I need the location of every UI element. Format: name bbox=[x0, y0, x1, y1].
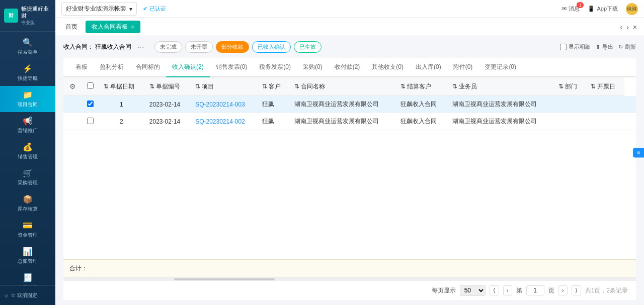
status-btn-未开票[interactable]: 未开票 bbox=[185, 41, 213, 53]
tab-采购(0)[interactable]: 采购(0) bbox=[297, 58, 329, 77]
sidebar-item-资金管理[interactable]: 💳资金管理 bbox=[0, 217, 55, 243]
status-btn-已收入确认[interactable]: 已收入确认 bbox=[252, 41, 291, 53]
row-checkbox-cell[interactable] bbox=[82, 113, 99, 130]
status-btn-已生效[interactable]: 已生效 bbox=[294, 41, 321, 53]
last-page-button[interactable]: ⟩ bbox=[572, 285, 581, 295]
prev-page-button[interactable]: ‹ bbox=[503, 285, 512, 295]
tab-出入库(0)[interactable]: 出入库(0) bbox=[410, 58, 447, 77]
header-actions: 显示明细 ⬆ 导出 ↻ 刷新 bbox=[560, 43, 636, 51]
first-page-button[interactable]: ⟨ bbox=[490, 285, 499, 295]
cell-number[interactable]: SQ-20230214-003 bbox=[190, 96, 257, 113]
contract-board-tab[interactable]: 收入合同看板 × bbox=[86, 21, 140, 33]
th-salesperson[interactable]: ⇅ 业务员 bbox=[447, 77, 553, 96]
cell-salesperson bbox=[553, 113, 586, 130]
home-tab[interactable]: 首页 bbox=[61, 23, 82, 31]
logo-text: 畅捷通好业财 bbox=[21, 5, 51, 20]
tab-nav-left-button[interactable]: ‹ bbox=[619, 22, 623, 32]
unpin-label: ☆ 取消固定 bbox=[11, 292, 37, 299]
number-link[interactable]: SQ-20230214-002 bbox=[195, 118, 245, 125]
sidebar-item-采购管理[interactable]: 🛒采购管理 bbox=[0, 164, 55, 190]
settings-gear-icon[interactable]: ⚙ bbox=[68, 81, 77, 91]
next-page-button[interactable]: › bbox=[558, 285, 568, 295]
app-download-button[interactable]: 📱 App下载 bbox=[588, 5, 618, 13]
row-checkbox-cell[interactable] bbox=[82, 96, 99, 113]
tabbar: 首页 收入合同看板 × ‹ › × bbox=[55, 18, 644, 36]
refresh-button[interactable]: ↻ 刷新 bbox=[618, 43, 636, 51]
cell-settle-customer: 湖南卫视商业运营发展有限公司 bbox=[447, 96, 553, 113]
status-btn-未完成[interactable]: 未完成 bbox=[154, 41, 182, 53]
row-checkbox[interactable] bbox=[87, 100, 94, 107]
user-initials: 珠珠 bbox=[627, 6, 637, 13]
th-contract-name[interactable]: ⇅ 合同名称 bbox=[289, 77, 395, 96]
page-number-input[interactable] bbox=[526, 285, 544, 295]
row-checkbox[interactable] bbox=[87, 118, 94, 124]
sidebar-item-库存核算[interactable]: 📦库存核算 bbox=[0, 190, 55, 217]
cell-open-date bbox=[624, 96, 636, 113]
tab-销售发票(0)[interactable]: 销售发票(0) bbox=[210, 58, 254, 77]
cell-settle-customer: 湖南卫视商业运营发展有限公司 bbox=[447, 113, 553, 130]
th-project-label: 项目 bbox=[202, 82, 214, 91]
tab-税务发票(0)[interactable]: 税务发票(0) bbox=[253, 58, 297, 77]
th-date[interactable]: ⇅ 单据日期 bbox=[99, 77, 144, 96]
sum-label: 合计： bbox=[69, 264, 88, 273]
th-salesperson-label: 业务员 bbox=[459, 82, 477, 91]
tab-附件(0)[interactable]: 附件(0) bbox=[447, 58, 479, 77]
select-all-checkbox[interactable] bbox=[87, 82, 94, 89]
contract-header: 收入合同： 狂飙收入合同 ··· 未完成未开票部分收款已收入确认已生效 显示明细… bbox=[63, 41, 636, 53]
show-detail-input[interactable] bbox=[560, 44, 567, 50]
sidebar-item-总账管理[interactable]: 📊总账管理 bbox=[0, 243, 55, 269]
sidebar-bottom[interactable]: ☆ ☆ 取消固定 bbox=[0, 285, 55, 305]
sidebar: 财 畅捷通好业财 专业版 🔍搜索菜单⚡快捷导航📁项目合同📢营销推广💰销售管理🛒采… bbox=[0, 0, 55, 305]
close-tab-icon[interactable]: × bbox=[131, 24, 134, 31]
tab-nav-right-button[interactable]: › bbox=[625, 22, 630, 32]
th-department[interactable]: ⇅ 部门 bbox=[553, 77, 586, 96]
status-btn-部分收款[interactable]: 部分收款 bbox=[216, 41, 249, 53]
th-settle-customer[interactable]: ⇅ 结算客户 bbox=[395, 77, 447, 96]
tab-收付款(2)[interactable]: 收付款(2) bbox=[329, 58, 366, 77]
export-icon: ⬆ bbox=[596, 44, 600, 50]
message-button[interactable]: ✉ 消息 1 bbox=[562, 5, 580, 13]
scroll-thumb[interactable] bbox=[174, 278, 275, 280]
user-avatar-button[interactable]: 珠珠 bbox=[626, 3, 638, 15]
tab-nav-close-button[interactable]: × bbox=[632, 22, 638, 32]
tab-其他收支(0)[interactable]: 其他收支(0) bbox=[366, 58, 410, 77]
unpin-button[interactable]: ☆ ☆ 取消固定 bbox=[4, 290, 51, 301]
sidebar-item-销售管理[interactable]: 💰销售管理 bbox=[0, 138, 55, 164]
sidebar-item-快捷导航[interactable]: ⚡快捷导航 bbox=[0, 60, 55, 86]
export-label: 导出 bbox=[602, 43, 613, 51]
table-container[interactable]: ⚙ ⇅ 单据日期 ⇅ 单据编号 ⇅ 项目 ⇅ 客户 ⇅ 合同名称 ⇅ 结算客户 … bbox=[63, 77, 636, 259]
avatar: 珠珠 bbox=[626, 3, 638, 15]
page-size-select[interactable]: 2050100 bbox=[460, 285, 486, 296]
th-customer[interactable]: ⇅ 客户 bbox=[257, 77, 289, 96]
sidebar-item-发票管理[interactable]: 🧾发票管理 bbox=[0, 269, 55, 285]
cell-department bbox=[586, 96, 624, 113]
tab-收入确认(2)[interactable]: 收入确认(2) bbox=[166, 58, 210, 77]
number-link[interactable]: SQ-20230214-003 bbox=[195, 101, 245, 108]
sidebar-item-项目合同[interactable]: 📁项目合同 bbox=[0, 86, 55, 112]
tab-盈利分析[interactable]: 盈利分析 bbox=[94, 58, 130, 77]
tab-合同标的[interactable]: 合同标的 bbox=[130, 58, 166, 77]
data-table: ⚙ ⇅ 单据日期 ⇅ 单据编号 ⇅ 项目 ⇅ 客户 ⇅ 合同名称 ⇅ 结算客户 … bbox=[63, 77, 636, 130]
refresh-icon: ↻ bbox=[618, 44, 623, 50]
sidebar-item-营销推广[interactable]: 📢营销推广 bbox=[0, 112, 55, 138]
table-header: ⚙ ⇅ 单据日期 ⇅ 单据编号 ⇅ 项目 ⇅ 客户 ⇅ 合同名称 ⇅ 结算客户 … bbox=[63, 77, 636, 96]
page-area: 收入合同： 狂飙收入合同 ··· 未完成未开票部分收款已收入确认已生效 显示明细… bbox=[55, 36, 644, 305]
th-open-date[interactable]: ⇅ 开票日 bbox=[586, 77, 624, 96]
side-float-panel[interactable]: ≡ bbox=[633, 148, 644, 157]
table-row[interactable]: 1 2023-02-14 SQ-20230214-003 狂飙 湖南卫视商业运营… bbox=[63, 96, 636, 113]
tab-navigation: ‹ › × bbox=[619, 22, 638, 32]
tab-变更记录(0)[interactable]: 变更记录(0) bbox=[478, 58, 522, 77]
cell-contract-name: 狂飙收入合同 bbox=[395, 113, 447, 130]
more-icon[interactable]: ··· bbox=[137, 43, 144, 52]
table-row[interactable]: 2 2023-02-14 SQ-20230214-002 狂飙 湖南卫视商业运营… bbox=[63, 113, 636, 130]
total-info: 共1页，2条记录 bbox=[585, 286, 628, 295]
th-project[interactable]: ⇅ 项目 bbox=[190, 77, 257, 96]
th-number[interactable]: ⇅ 单据编号 bbox=[144, 77, 190, 96]
sidebar-item-搜索菜单[interactable]: 🔍搜索菜单 bbox=[0, 34, 55, 60]
tab-看板[interactable]: 看板 bbox=[69, 58, 94, 77]
cell-project: 狂飙 bbox=[257, 113, 289, 130]
show-detail-checkbox[interactable]: 显示明细 bbox=[560, 43, 591, 51]
company-selector[interactable]: 好业财专业版演示帐套 ▾ bbox=[61, 2, 137, 16]
cell-number[interactable]: SQ-20230214-002 bbox=[190, 113, 257, 130]
export-button[interactable]: ⬆ 导出 bbox=[596, 43, 613, 51]
